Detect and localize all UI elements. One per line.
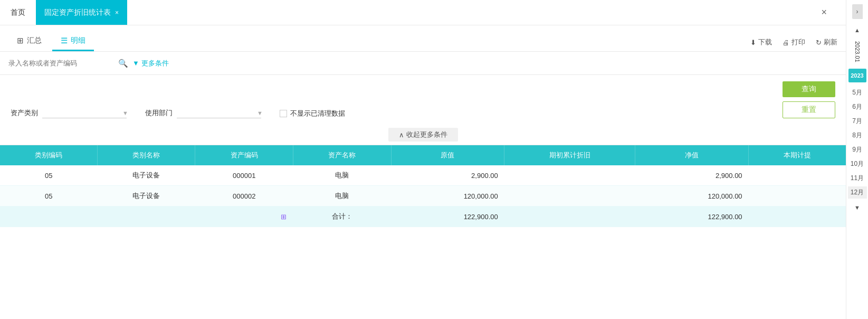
filter-row: 资产类别 ▼ 使用部门 ▼ 不显示已清理数据 查询 重置 [11,81,835,118]
cell-original-value: 2,900.00 [391,165,504,186]
month-nav-item[interactable]: 12月 [848,186,867,199]
cell-original-value: 120,000.00 [391,186,504,207]
expand-icon: › [856,8,859,15]
cell-net-value: 2,900.00 [635,165,749,186]
right-expand-button[interactable]: › [852,4,863,19]
month-nav-item[interactable]: 10月 [848,158,867,170]
print-icon: 🖨 [783,39,789,46]
filter-label: 更多条件 [141,59,169,68]
filter-panel: 资产类别 ▼ 使用部门 ▼ 不显示已清理数据 查询 重置 ∧ 收起更多条件 [0,75,846,145]
col-asset-code: 资产编码 [195,145,293,165]
print-label: 打印 [791,37,805,47]
cell-current-depreciation [749,186,846,207]
tab-close-icon[interactable]: × [115,9,119,16]
cell-category-code: 05 [0,186,97,207]
use-dept-filter: 使用部门 ▼ [145,108,263,118]
month-nav-item[interactable]: 8月 [848,129,867,142]
collapse-button[interactable]: ∧ 收起更多条件 [388,128,458,142]
asset-category-select[interactable] [42,108,127,118]
tab-label: 固定资产折旧统计表 [44,8,111,17]
more-filter-button[interactable]: ▼ 更多条件 [132,59,169,68]
col-asset-name: 资产名称 [293,145,391,165]
table-row: 05 电子设备 000002 电脑 120,000.00 120,000.00 [0,186,846,207]
scroll-down-button[interactable]: ▼ [848,201,866,214]
year-badge: 2023 [848,69,866,82]
asset-category-arrow-icon: ▼ [122,110,128,116]
reset-button[interactable]: 重置 [783,101,835,118]
tab-summary[interactable]: ⊞ 汇总 [8,31,50,51]
collapse-row: ∧ 收起更多条件 [11,125,835,145]
use-dept-label: 使用部门 [145,108,173,118]
asset-category-filter: 资产类别 ▼ [11,108,128,118]
cell-initial-depreciation [504,165,635,186]
filter-action-buttons: 查询 重置 [783,81,835,118]
month-nav-item[interactable]: 5月 [848,87,867,99]
download-label: 下载 [758,37,772,47]
refresh-label: 刷新 [824,37,837,47]
refresh-icon: ↻ [816,39,822,46]
cell-asset-name: 电脑 [293,165,391,186]
month-nav-item[interactable]: 6月 [848,101,867,113]
print-button[interactable]: 🖨 打印 [783,37,805,47]
use-dept-arrow-icon: ▼ [257,110,263,116]
total-net-value: 122,900.00 [635,207,749,227]
cell-category-name: 电子设备 [97,165,195,186]
table-row: 05 电子设备 000001 电脑 2,900.00 2,900.00 [0,165,846,186]
window-close-icon[interactable]: × [821,7,827,18]
col-category-code: 类别编码 [0,145,97,165]
sub-tabs-left: ⊞ 汇总 ☰ 明细 [8,25,94,51]
tab-summary-label: 汇总 [27,36,42,45]
cell-category-code: 05 [0,165,97,186]
month-nav-item[interactable]: 9月 [848,144,867,156]
cell-current-depreciation [749,165,846,186]
summary-icon: ⊞ [17,36,24,45]
data-table: 类别编码 类别名称 资产编码 资产名称 原值 期初累计折旧 净值 本期计提 05… [0,145,846,227]
col-original-value: 原值 [391,145,504,165]
right-panel: › ▲2023.01 2023 5月6月7月8月9月10月11月12月▼ [846,0,868,319]
total-original-value: 122,900.00 [391,207,504,227]
search-bar: 🔍 ▼ 更多条件 [0,52,846,75]
col-net-value: 净值 [635,145,749,165]
window-close-area: × [127,7,837,18]
collapse-label: 收起更多条件 [406,130,447,139]
total-label: 合计： [293,207,391,227]
total-icon: ⊞ [281,213,287,221]
tab-detail[interactable]: ☰ 明细 [52,31,94,51]
date-label: 2023.01 [854,39,861,64]
download-icon: ⬇ [750,39,756,46]
hide-cleared-label: 不显示已清理数据 [290,109,345,118]
query-button[interactable]: 查询 [783,81,835,97]
month-nav-item[interactable]: 7月 [848,115,867,127]
use-dept-select[interactable] [177,108,261,118]
scroll-up-button[interactable]: ▲ [848,23,866,37]
total-row: ⊞ 合计： 122,900.00 122,900.00 [0,207,846,227]
cell-initial-depreciation [504,186,635,207]
table-header-row: 类别编码 类别名称 资产编码 资产名称 原值 期初累计折旧 净值 本期计提 [0,145,846,165]
hide-cleared-checkbox[interactable] [280,110,287,117]
search-input[interactable] [8,59,114,67]
collapse-icon: ∧ [399,131,404,139]
home-tab[interactable]: 首页 [0,0,36,25]
table-wrapper: 类别编码 类别名称 资产编码 资产名称 原值 期初累计折旧 净值 本期计提 05… [0,145,846,319]
cell-category-name: 电子设备 [97,186,195,207]
col-category-name: 类别名称 [97,145,195,165]
cell-net-value: 120,000.00 [635,186,749,207]
toolbar: ⬇ 下载 🖨 打印 ↻ 刷新 [750,37,837,51]
col-current-depreciation: 本期计提 [749,145,846,165]
main-tab[interactable]: 固定资产折旧统计表 × [36,0,127,25]
cell-asset-name: 电脑 [293,186,391,207]
sub-tabs-bar: ⊞ 汇总 ☰ 明细 ⬇ 下载 🖨 打印 ↻ 刷新 [0,25,846,52]
col-initial-depreciation: 期初累计折旧 [504,145,635,165]
filter-icon: ▼ [132,59,139,67]
hide-cleared-filter: 不显示已清理数据 [280,109,345,118]
search-icon[interactable]: 🔍 [118,59,128,68]
detail-icon: ☰ [61,36,68,45]
total-initial-depreciation [504,207,635,227]
refresh-button[interactable]: ↻ 刷新 [816,37,837,47]
month-nav-item[interactable]: 11月 [848,172,867,184]
cell-asset-code: 000001 [195,165,293,186]
top-nav: 首页 固定资产折旧统计表 × × [0,0,846,25]
download-button[interactable]: ⬇ 下载 [750,37,772,47]
tab-detail-label: 明细 [71,36,85,45]
cell-asset-code: 000002 [195,186,293,207]
